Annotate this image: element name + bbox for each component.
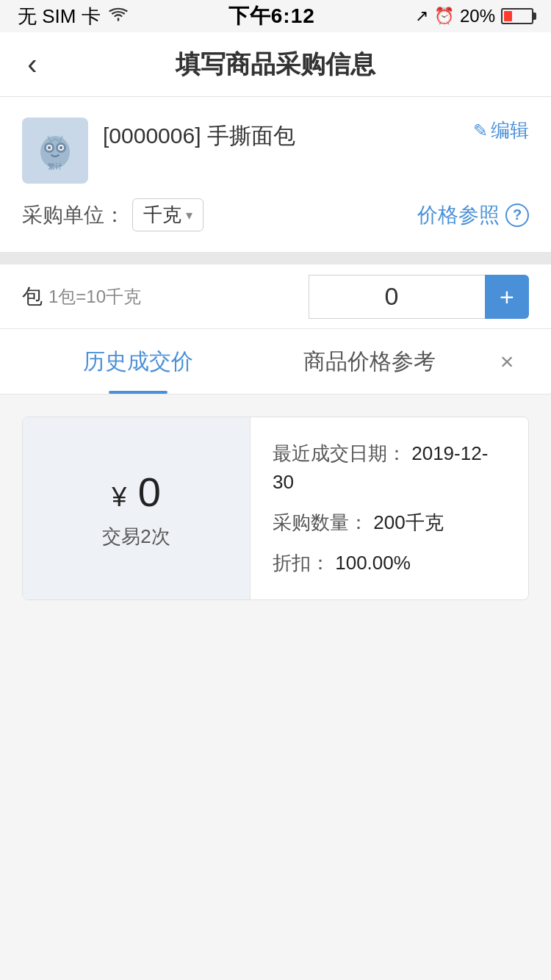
history-trades-count: 交易2次 xyxy=(102,524,170,550)
tab-history-price-label: 历史成交价 xyxy=(83,347,193,377)
nav-bar: ‹ 填写商品采购信息 xyxy=(0,32,551,97)
product-unit-row: 采购单位： 千克 ▾ 价格参照 ? xyxy=(22,198,529,231)
price-number: 0 xyxy=(138,469,161,515)
tab-product-price-ref-label: 商品价格参考 xyxy=(303,347,436,377)
alarm-icon: ⏰ xyxy=(434,7,454,26)
yen-symbol: ¥ xyxy=(112,482,126,512)
product-title: 手撕面包 xyxy=(207,123,295,148)
back-button[interactable]: ‹ xyxy=(0,32,65,97)
product-id: [0000006] xyxy=(103,123,201,148)
quantity-label: 包 1包=10千克 xyxy=(22,283,141,311)
price-reference-button[interactable]: 价格参照 ? xyxy=(417,201,529,229)
product-logo-icon: 繁计 xyxy=(33,129,77,173)
tab-row: 历史成交价 商品价格参考 × xyxy=(0,329,551,394)
history-price-right: 最近成交日期： 2019-12-30 采购数量： 200千克 折扣： 100.0… xyxy=(251,417,528,599)
discount-label: 折扣： xyxy=(273,552,330,574)
svg-point-5 xyxy=(48,146,51,149)
quantity-unit-label: 包 xyxy=(22,283,43,311)
tab-section: 历史成交价 商品价格参考 × xyxy=(0,329,551,394)
battery-pct: 20% xyxy=(460,6,495,26)
discount-value: 100.00% xyxy=(335,552,411,574)
unit-value: 千克 xyxy=(143,202,181,228)
edit-label: 编辑 xyxy=(491,118,529,143)
battery-icon xyxy=(501,8,533,24)
price-ref-label: 价格参照 xyxy=(417,201,500,229)
quantity-unit-info: 1包=10千克 xyxy=(48,285,141,309)
content-area: ¥ 0 交易2次 最近成交日期： 2019-12-30 采购数量： 200千克 … xyxy=(0,394,551,688)
status-bar: 无 SIM 卡 下午6:12 ↗ ⏰ 20% xyxy=(0,0,551,32)
purchase-qty-value: 200千克 xyxy=(373,511,443,533)
wifi-icon xyxy=(108,5,129,28)
history-price-card: ¥ 0 交易2次 最近成交日期： 2019-12-30 采购数量： 200千克 … xyxy=(22,417,529,600)
product-name: [0000006] 手撕面包 xyxy=(103,120,295,151)
carrier-text: 无 SIM 卡 xyxy=(18,4,101,29)
location-icon: ↗ xyxy=(415,7,428,26)
quantity-input[interactable] xyxy=(309,275,485,319)
plus-icon: + xyxy=(500,284,514,309)
tab-close-button[interactable]: × xyxy=(485,339,529,383)
product-info: 繁计 [0000006] 手撕面包 xyxy=(22,118,295,184)
status-carrier: 无 SIM 卡 xyxy=(18,4,129,29)
product-name-container: [0000006] 手撕面包 xyxy=(103,118,295,151)
purchase-qty-row: 采购数量： 200千克 xyxy=(273,508,506,537)
quantity-row: 包 1包=10千克 + xyxy=(0,264,551,329)
close-icon: × xyxy=(500,348,514,375)
history-price-left: ¥ 0 交易2次 xyxy=(23,417,251,599)
tab-active-indicator xyxy=(109,391,168,394)
edit-button[interactable]: ✎ 编辑 xyxy=(473,118,529,143)
product-image: 繁计 xyxy=(22,118,88,184)
unit-label-text: 采购单位： xyxy=(22,201,125,229)
unit-selector[interactable]: 千克 ▾ xyxy=(132,198,204,231)
purchase-qty-label: 采购数量： xyxy=(273,511,368,533)
tab-history-price[interactable]: 历史成交价 xyxy=(22,329,253,394)
recent-date-label: 最近成交日期： xyxy=(273,442,406,464)
quantity-plus-button[interactable]: + xyxy=(485,275,529,319)
recent-date-row: 最近成交日期： 2019-12-30 xyxy=(273,439,506,497)
section-divider xyxy=(0,253,551,264)
status-indicators: ↗ ⏰ 20% xyxy=(415,6,533,26)
page-title: 填写商品采购信息 xyxy=(176,48,375,82)
svg-point-6 xyxy=(60,146,62,149)
product-card: 繁计 [0000006] 手撕面包 ✎ 编辑 采购单位： 千克 ▾ 价格参照 xyxy=(0,97,551,253)
tab-product-price-ref[interactable]: 商品价格参考 xyxy=(253,329,485,394)
edit-icon: ✎ xyxy=(473,120,488,141)
unit-label: 采购单位： 千克 ▾ xyxy=(22,198,204,231)
back-arrow-icon: ‹ xyxy=(27,48,37,81)
price-ref-help-icon: ? xyxy=(505,203,529,227)
history-price-value: ¥ 0 xyxy=(112,467,161,516)
unit-dropdown-icon: ▾ xyxy=(186,207,192,223)
quantity-controls: + xyxy=(309,275,529,319)
status-time: 下午6:12 xyxy=(228,2,315,30)
svg-text:繁计: 繁计 xyxy=(48,162,62,170)
product-header: 繁计 [0000006] 手撕面包 ✎ 编辑 xyxy=(22,118,529,184)
discount-row: 折扣： 100.00% xyxy=(273,549,506,577)
